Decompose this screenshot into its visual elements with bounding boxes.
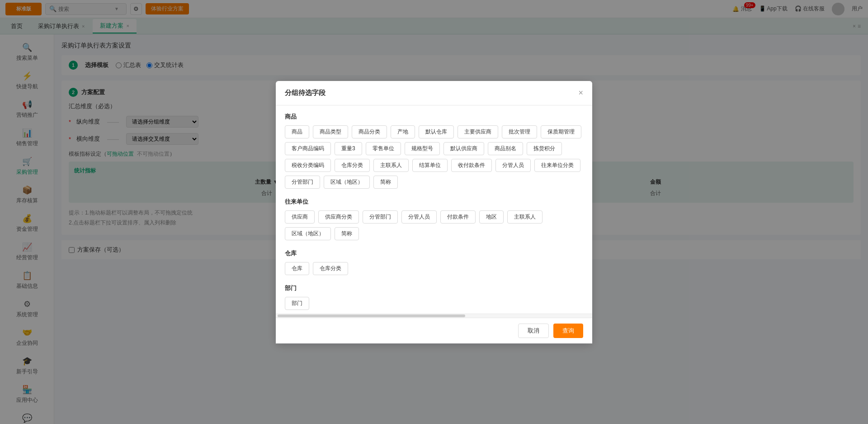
field-tag[interactable]: 收付款条件 [451, 159, 492, 172]
field-tag[interactable]: 主联系人 [373, 159, 409, 172]
field-tags-goods: 商品 商品类型 商品分类 产地 默认仓库 主要供应商 批次管理 保质期管理 客户… [285, 125, 583, 189]
field-tag[interactable]: 付款条件 [440, 210, 476, 224]
field-tag[interactable]: 默认供应商 [443, 142, 484, 155]
field-tag[interactable]: 商品类型 [313, 125, 348, 138]
field-tag[interactable]: 结算单位 [412, 159, 448, 172]
field-tag[interactable]: 仓库分类 [335, 159, 370, 172]
field-tag[interactable]: 区域（地区） [324, 176, 370, 189]
field-tag[interactable]: 商品 [285, 125, 309, 138]
field-section-warehouse-title: 仓库 [285, 249, 583, 257]
field-tags-partner: 供应商 供应商分类 分管部门 分管人员 付款条件 地区 主联系人 区域（地区） … [285, 210, 583, 240]
field-tags-warehouse: 仓库 仓库分类 [285, 262, 583, 275]
field-tag[interactable]: 区域（地区） [285, 227, 331, 240]
field-section-warehouse: 仓库 仓库 仓库分类 [285, 249, 583, 275]
field-tag[interactable]: 拣货积分 [527, 142, 562, 155]
field-section-partner: 往来单位 供应商 供应商分类 分管部门 分管人员 付款条件 地区 主联系人 区域… [285, 198, 583, 240]
field-tag[interactable]: 商品分类 [352, 125, 387, 138]
field-tag[interactable]: 仓库分类 [313, 262, 348, 275]
field-tag[interactable]: 产地 [391, 125, 415, 138]
field-tag[interactable]: 供应商 [285, 210, 315, 224]
field-section-department-title: 部门 [285, 284, 583, 292]
field-tag[interactable]: 默认仓库 [419, 125, 454, 138]
field-tag[interactable]: 保质期管理 [541, 125, 581, 138]
modal-cancel-button[interactable]: 取消 [518, 324, 549, 338]
field-tag[interactable]: 供应商分类 [318, 210, 359, 224]
field-tag[interactable]: 简称 [373, 176, 398, 189]
field-tag[interactable]: 分管人员 [495, 159, 531, 172]
field-tag[interactable]: 分管部门 [285, 176, 320, 189]
modal-title: 分组待选字段 [285, 89, 326, 97]
field-tag[interactable]: 往来单位分类 [534, 159, 580, 172]
field-tag[interactable]: 规格型号 [405, 142, 440, 155]
field-tag[interactable]: 简称 [335, 227, 359, 240]
modal-confirm-button[interactable]: 查询 [553, 324, 583, 338]
field-section-department: 部门 部门 [285, 284, 583, 310]
field-tag[interactable]: 商品别名 [488, 142, 523, 155]
modal-footer: 取消 查询 [276, 318, 592, 343]
modal-overlay[interactable]: 分组待选字段 × 商品 商品 商品类型 商品分类 产地 默认仓库 主要供应商 批… [0, 0, 868, 424]
field-tag[interactable]: 零售单位 [366, 142, 401, 155]
modal: 分组待选字段 × 商品 商品 商品类型 商品分类 产地 默认仓库 主要供应商 批… [276, 81, 592, 343]
field-section-partner-title: 往来单位 [285, 198, 583, 206]
field-tag[interactable]: 客户商品编码 [285, 142, 331, 155]
field-tag[interactable]: 主联系人 [507, 210, 542, 224]
field-tag[interactable]: 仓库 [285, 262, 309, 275]
field-tag[interactable]: 主要供应商 [458, 125, 498, 138]
modal-body: 商品 商品 商品类型 商品分类 产地 默认仓库 主要供应商 批次管理 保质期管理… [276, 105, 592, 314]
field-section-goods-title: 商品 [285, 113, 583, 121]
field-tag[interactable]: 分管部门 [363, 210, 398, 224]
scrollbar-thumb[interactable] [278, 314, 465, 317]
field-tag[interactable]: 重量3 [335, 142, 362, 155]
field-tag[interactable]: 分管人员 [401, 210, 437, 224]
field-tag[interactable]: 部门 [285, 297, 309, 310]
modal-close-button[interactable]: × [578, 88, 583, 98]
modal-horizontal-scrollbar[interactable] [276, 314, 592, 317]
field-tag[interactable]: 批次管理 [502, 125, 537, 138]
field-tags-department: 部门 [285, 297, 583, 310]
field-section-goods: 商品 商品 商品类型 商品分类 产地 默认仓库 主要供应商 批次管理 保质期管理… [285, 113, 583, 189]
field-tag[interactable]: 地区 [479, 210, 504, 224]
field-tag[interactable]: 税收分类编码 [285, 159, 331, 172]
modal-header: 分组待选字段 × [276, 81, 592, 105]
